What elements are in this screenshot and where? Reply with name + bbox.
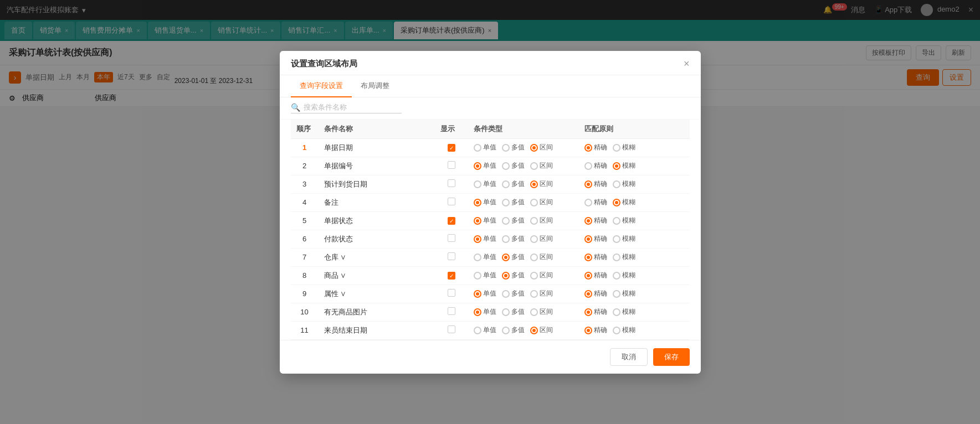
radio-match-精确[interactable]: 精确 bbox=[584, 216, 607, 225]
cell-show bbox=[435, 230, 468, 248]
cell-type: 单值多值区间 bbox=[468, 230, 579, 248]
radio-match-模糊[interactable]: 模糊 bbox=[613, 289, 635, 298]
cell-show bbox=[435, 285, 468, 303]
radio-match-精确[interactable]: 精确 bbox=[584, 143, 607, 152]
radio-match-模糊[interactable]: 模糊 bbox=[613, 179, 635, 189]
radio-match-模糊[interactable]: 模糊 bbox=[613, 271, 635, 280]
radio-type-区间[interactable]: 区间 bbox=[530, 289, 553, 298]
radio-match-精确[interactable]: 精确 bbox=[584, 252, 607, 262]
radio-type-单值[interactable]: 单值 bbox=[474, 271, 496, 280]
show-checkbox[interactable]: ✓ bbox=[448, 272, 455, 280]
radio-match-精确[interactable]: 精确 bbox=[584, 198, 607, 207]
radio-type-区间[interactable]: 区间 bbox=[530, 271, 553, 280]
table-row: 9属性 ∨单值多值区间精确模糊 bbox=[291, 285, 690, 303]
cell-type: 单值多值区间 bbox=[468, 285, 579, 303]
show-checkbox[interactable] bbox=[448, 198, 455, 205]
radio-match-模糊[interactable]: 模糊 bbox=[613, 198, 635, 207]
radio-type-多值[interactable]: 多值 bbox=[502, 161, 525, 170]
radio-type-多值[interactable]: 多值 bbox=[502, 179, 525, 189]
radio-type-单值[interactable]: 单值 bbox=[474, 198, 496, 207]
cell-match: 精确模糊 bbox=[579, 193, 690, 211]
th-type: 条件类型 bbox=[468, 120, 579, 139]
show-checkbox[interactable] bbox=[448, 161, 455, 169]
table-row: 8商品 ∨✓单值多值区间精确模糊 bbox=[291, 266, 690, 285]
cell-name: 付款状态 bbox=[319, 230, 435, 248]
radio-match-精确[interactable]: 精确 bbox=[584, 179, 607, 189]
show-checkbox[interactable] bbox=[448, 179, 455, 187]
radio-type-单值[interactable]: 单值 bbox=[474, 179, 496, 189]
cell-name: 备注 bbox=[319, 193, 435, 211]
radio-type-区间[interactable]: 区间 bbox=[530, 143, 553, 152]
tab-query-fields[interactable]: 查询字段设置 bbox=[291, 75, 352, 97]
cancel-btn[interactable]: 取消 bbox=[610, 348, 648, 366]
radio-match-模糊[interactable]: 模糊 bbox=[613, 307, 635, 317]
cell-type: 单值多值区间 bbox=[468, 157, 579, 175]
radio-type-区间[interactable]: 区间 bbox=[530, 179, 553, 189]
search-input[interactable] bbox=[304, 103, 392, 111]
radio-type-多值[interactable]: 多值 bbox=[502, 216, 525, 225]
radio-type-多值[interactable]: 多值 bbox=[502, 325, 525, 335]
radio-match-模糊[interactable]: 模糊 bbox=[613, 161, 635, 170]
radio-match-精确[interactable]: 精确 bbox=[584, 289, 607, 298]
radio-type-单值[interactable]: 单值 bbox=[474, 325, 496, 335]
radio-type-区间[interactable]: 区间 bbox=[530, 234, 553, 244]
search-icon: 🔍 bbox=[291, 103, 300, 112]
cell-show bbox=[435, 175, 468, 193]
table-row: 7仓库 ∨单值多值区间精确模糊 bbox=[291, 248, 690, 266]
cell-order: 5 bbox=[291, 211, 319, 230]
radio-match-模糊[interactable]: 模糊 bbox=[613, 325, 635, 335]
radio-type-区间[interactable]: 区间 bbox=[530, 307, 553, 317]
radio-type-多值[interactable]: 多值 bbox=[502, 198, 525, 207]
radio-type-区间[interactable]: 区间 bbox=[530, 325, 553, 335]
save-btn[interactable]: 保存 bbox=[653, 348, 690, 366]
radio-type-区间[interactable]: 区间 bbox=[530, 216, 553, 225]
radio-match-精确[interactable]: 精确 bbox=[584, 307, 607, 317]
radio-type-区间[interactable]: 区间 bbox=[530, 161, 553, 170]
radio-type-单值[interactable]: 单值 bbox=[474, 307, 496, 317]
dialog-close-btn[interactable]: × bbox=[684, 59, 690, 69]
table-row: 11来员结束日期单值多值区间精确模糊 bbox=[291, 321, 690, 339]
show-checkbox[interactable] bbox=[448, 289, 455, 297]
tab-layout-adjust[interactable]: 布局调整 bbox=[352, 75, 398, 97]
radio-match-精确[interactable]: 精确 bbox=[584, 325, 607, 335]
radio-match-精确[interactable]: 精确 bbox=[584, 234, 607, 244]
show-checkbox[interactable]: ✓ bbox=[448, 144, 455, 152]
radio-type-多值[interactable]: 多值 bbox=[502, 307, 525, 317]
table-row: 3预计到货日期单值多值区间精确模糊 bbox=[291, 175, 690, 193]
th-name: 条件名称 bbox=[319, 120, 435, 139]
radio-type-多值[interactable]: 多值 bbox=[502, 289, 525, 298]
radio-match-模糊[interactable]: 模糊 bbox=[613, 234, 635, 244]
dialog: 设置查询区域布局 × 查询字段设置 布局调整 🔍 顺序 条件名称 显示 bbox=[280, 51, 701, 374]
radio-type-区间[interactable]: 区间 bbox=[530, 198, 553, 207]
radio-type-单值[interactable]: 单值 bbox=[474, 216, 496, 225]
radio-type-多值[interactable]: 多值 bbox=[502, 143, 525, 152]
th-match: 匹配原则 bbox=[579, 120, 690, 139]
radio-type-单值[interactable]: 单值 bbox=[474, 252, 496, 262]
radio-type-多值[interactable]: 多值 bbox=[502, 271, 525, 280]
radio-type-多值[interactable]: 多值 bbox=[502, 234, 525, 244]
radio-type-区间[interactable]: 区间 bbox=[530, 252, 553, 262]
cell-name: 仓库 ∨ bbox=[319, 248, 435, 266]
table-row: 4备注单值多值区间精确模糊 bbox=[291, 193, 690, 211]
radio-type-多值[interactable]: 多值 bbox=[502, 252, 525, 262]
cell-match: 精确模糊 bbox=[579, 285, 690, 303]
radio-type-单值[interactable]: 单值 bbox=[474, 161, 496, 170]
table-row: 10有无商品图片单值多值区间精确模糊 bbox=[291, 303, 690, 321]
cell-type: 单值多值区间 bbox=[468, 266, 579, 285]
radio-type-单值[interactable]: 单值 bbox=[474, 289, 496, 298]
radio-match-模糊[interactable]: 模糊 bbox=[613, 252, 635, 262]
radio-match-精确[interactable]: 精确 bbox=[584, 271, 607, 280]
show-checkbox[interactable] bbox=[448, 252, 455, 260]
show-checkbox[interactable]: ✓ bbox=[448, 217, 455, 225]
show-checkbox[interactable] bbox=[448, 234, 455, 242]
dialog-header: 设置查询区域布局 × bbox=[280, 51, 701, 75]
radio-match-精确[interactable]: 精确 bbox=[584, 161, 607, 170]
radio-match-模糊[interactable]: 模糊 bbox=[613, 143, 635, 152]
radio-type-单值[interactable]: 单值 bbox=[474, 143, 496, 152]
radio-type-单值[interactable]: 单值 bbox=[474, 234, 496, 244]
cell-name: 单据状态 bbox=[319, 211, 435, 230]
cell-show: ✓ bbox=[435, 138, 468, 157]
show-checkbox[interactable] bbox=[448, 325, 455, 333]
show-checkbox[interactable] bbox=[448, 307, 455, 315]
radio-match-模糊[interactable]: 模糊 bbox=[613, 216, 635, 225]
